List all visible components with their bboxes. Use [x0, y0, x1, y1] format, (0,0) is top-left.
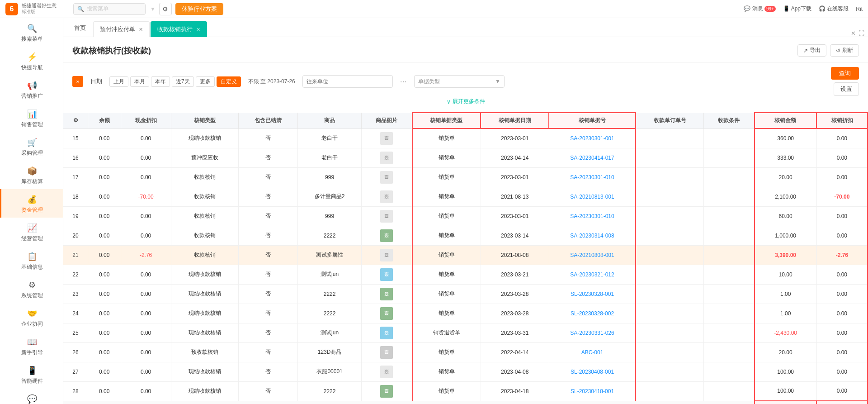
tab-prepay[interactable]: 预付冲应付单 ✕ [93, 21, 150, 37]
receipt-order-no-cell [636, 265, 704, 284]
sidebar-item-operation[interactable]: 📈 经营管理 [0, 218, 63, 246]
product-image-cell: 🖼 [362, 226, 412, 245]
filter-expand-btn[interactable]: » [72, 76, 83, 87]
tab-verify[interactable]: 收款核销执行 ✕ [151, 21, 207, 37]
include-settled-cell: 否 [239, 342, 297, 362]
date-buttons: 上月 本月 本年 近7天 更多 自定义 [109, 76, 241, 87]
sidebar-item-guide[interactable]: 📖 新手引导 [0, 332, 63, 360]
verify-amount-cell: 100.00 [755, 362, 817, 381]
verify-type-cell: 现结收款核销 [171, 362, 239, 381]
verify-discount-cell: 0.00 [816, 148, 868, 167]
bill-number-link[interactable]: ABC-001 [581, 349, 604, 356]
data-table: ⚙ 余额 现金折扣 核销类型 包含已结清 商品 商品图片 核销单据类型 核销单据… [63, 112, 868, 404]
tab-fullscreen[interactable]: ⛶ [859, 30, 864, 37]
sidebar-item-purchase[interactable]: 🛒 采购管理 [0, 132, 63, 161]
verify-amount-cell: 20.00 [755, 167, 817, 187]
export-icon: ↗ [803, 48, 808, 54]
product-thumbnail: 🖼 [380, 132, 393, 145]
bill-number-link[interactable]: SL-20230328-001 [571, 291, 614, 297]
bill-number-link[interactable]: SL-20230418-001 [571, 388, 614, 394]
cash-discount-cell: 0.00 [121, 381, 171, 401]
page-header-actions: ↗ 导出 ↺ 刷新 [797, 44, 859, 57]
receipt-condition-cell [704, 381, 755, 401]
balance-cell: 0.00 [88, 304, 121, 323]
date-btn-more[interactable]: 更多 [196, 76, 215, 87]
refresh-icon: ↺ [836, 48, 840, 54]
verify-type-cell: 预收款核销 [171, 342, 239, 362]
bill-number-link[interactable]: SA-20230414-017 [570, 155, 614, 161]
bill-number-link[interactable]: SL-20230408-001 [571, 369, 614, 375]
top-bar-center: ▼ ⚙ 休验行业方案 [150, 3, 739, 15]
sidebar-item-search[interactable]: 🔍 搜索菜单 [0, 18, 63, 47]
bill-number-link[interactable]: SA-20230321-012 [570, 271, 614, 278]
solution-button[interactable]: 休验行业方案 [175, 3, 223, 15]
cash-discount-cell: 0.00 [121, 323, 171, 342]
row-id: 21 [63, 245, 88, 265]
date-btn-this-year[interactable]: 本年 [151, 76, 170, 87]
chevron-down-icon: ∨ [447, 99, 451, 105]
sidebar-item-hardware[interactable]: 📱 智能硬件 [0, 360, 63, 389]
sidebar-item-marketing[interactable]: 📢 营销推广 [0, 75, 63, 104]
bill-number-link[interactable]: SA-20230314-008 [570, 233, 614, 239]
bill-number-link[interactable]: SA-20230331-026 [570, 330, 614, 336]
balance-cell: 0.00 [88, 167, 121, 187]
sidebar-item-quick-nav[interactable]: ⚡ 快捷导航 [0, 47, 63, 75]
bill-number-link[interactable]: SL-20230328-002 [571, 310, 614, 317]
table-row: 210.00-2.76收款核销否测试多属性🖼销货单2021-08-08SA-20… [63, 245, 868, 265]
date-btn-custom[interactable]: 自定义 [217, 76, 241, 87]
partner-input[interactable] [302, 75, 393, 88]
product-cell: 2222 [297, 226, 361, 245]
receipt-condition-cell [704, 245, 755, 265]
logo-name: 畅捷通谱好生意 [22, 3, 57, 9]
table-row: 150.000.00现结收款核销否老白干🖼销货单2023-03-01SA-202… [63, 128, 868, 148]
date-btn-7days[interactable]: 近7天 [172, 76, 194, 87]
verify-type-cell: 收款核销 [171, 226, 239, 245]
refresh-button[interactable]: ↺ 刷新 [830, 44, 859, 57]
user-name[interactable]: Rit [856, 6, 863, 12]
sidebar-item-wechat[interactable]: 💬 企业微信 [0, 389, 63, 404]
online-service-btn[interactable]: 🎧 在线客服 [819, 5, 849, 13]
tab-close-all[interactable]: ✕ [851, 30, 856, 37]
receipt-order-no-cell [636, 148, 704, 167]
settings-gear-btn[interactable]: ⚙ [159, 3, 172, 15]
col-verify-bill-date: 核销单据日期 [481, 113, 549, 128]
sidebar-item-basic[interactable]: 📋 基础信息 [0, 246, 63, 275]
verify-type-cell: 现结收款核销 [171, 323, 239, 342]
app-download-btn[interactable]: 📱 App下载 [783, 5, 811, 13]
sidebar-item-inventory[interactable]: 📦 库存核算 [0, 161, 63, 189]
bill-type-select[interactable]: 单据类型 ▼ [414, 75, 505, 88]
verify-bill-type-cell: 销货单 [412, 245, 481, 265]
setting-button[interactable]: 设置 [834, 82, 859, 96]
sidebar-item-collab[interactable]: 🤝 企业协同 [0, 303, 63, 332]
bill-number-link[interactable]: SA-20210808-001 [570, 252, 614, 258]
date-btn-this-month[interactable]: 本月 [130, 76, 149, 87]
verify-amount-cell: 1.00 [755, 284, 817, 304]
product-image-cell: 🖼 [362, 265, 412, 284]
sidebar-item-sales[interactable]: 📊 销售管理 [0, 104, 63, 132]
bill-number-link[interactable]: SA-20230301-001 [570, 135, 614, 142]
bill-number-link[interactable]: SA-20230301-010 [570, 213, 614, 219]
sidebar-item-finance[interactable]: 💰 资金管理 [0, 189, 63, 218]
verify-discount-cell: 0.00 [816, 167, 868, 187]
tab-home[interactable]: 首页 [67, 20, 93, 37]
balance-cell: 0.00 [88, 381, 121, 401]
include-settled-cell: 否 [239, 284, 297, 304]
sidebar-item-system[interactable]: ⚙ 系统管理 [0, 275, 63, 303]
message-btn[interactable]: 💬 消息 99+ [744, 5, 776, 13]
date-btn-last-month[interactable]: 上月 [109, 76, 128, 87]
table-row: 160.000.00预冲应应收否老白干🖼销货单2023-04-14SA-2023… [63, 148, 868, 167]
include-settled-cell: 否 [239, 304, 297, 323]
bill-number-link[interactable]: SA-20210813-001 [570, 194, 614, 200]
tab-prepay-close[interactable]: ✕ [139, 27, 143, 33]
expand-more-btn[interactable]: ∨ 展开更多条件 [72, 96, 859, 107]
export-button[interactable]: ↗ 导出 [797, 44, 826, 57]
bill-number-link[interactable]: SA-20230301-010 [570, 174, 614, 181]
query-button[interactable]: 查询 [831, 67, 859, 80]
receipt-condition-cell [704, 265, 755, 284]
verify-discount-cell: 0.00 [816, 342, 868, 362]
verify-type-cell: 收款核销 [171, 206, 239, 226]
search-icon: 🔍 [77, 6, 84, 12]
company-dropdown[interactable]: ▼ [150, 6, 156, 12]
tab-verify-close[interactable]: ✕ [196, 27, 200, 33]
wechat-icon: 💬 [27, 394, 37, 404]
